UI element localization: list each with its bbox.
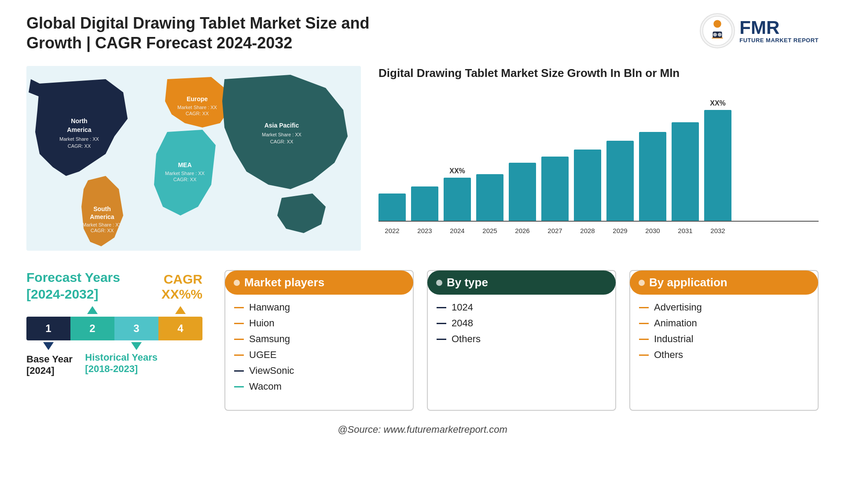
tri-1 xyxy=(26,306,70,314)
bar-year-label: 2024 xyxy=(444,227,471,234)
by-application-box: By application Advertising Animation Ind… xyxy=(629,270,819,411)
dash-icon xyxy=(437,339,446,340)
dash-icon xyxy=(437,307,446,308)
tri-down-4 xyxy=(158,342,202,350)
dash-icon xyxy=(234,307,244,308)
market-dot xyxy=(234,280,240,286)
list-item: ViewSonic xyxy=(234,365,404,376)
bar-year-label: 2025 xyxy=(476,227,503,234)
item-label: UGEE xyxy=(249,349,276,361)
by-type-items: 1024 2048 Others xyxy=(428,295,615,354)
svg-text:South: South xyxy=(93,205,111,212)
bar-column xyxy=(378,181,406,221)
bar-column xyxy=(541,144,569,221)
tri-up-icon xyxy=(87,306,98,314)
historical-label: Historical Years xyxy=(85,352,202,363)
bar-rect xyxy=(509,163,536,221)
svg-text:MEA: MEA xyxy=(178,161,191,168)
by-type-box: By type 1024 2048 Others xyxy=(427,270,616,411)
list-item: Huion xyxy=(234,318,404,329)
list-item: Samsung xyxy=(234,333,404,345)
bar-rect xyxy=(444,178,471,221)
tri-indicators-bottom xyxy=(26,342,202,350)
app-dot xyxy=(639,280,645,286)
logo-fmr: FMR xyxy=(739,18,779,37)
svg-text:Market Share : XX: Market Share : XX xyxy=(262,132,302,137)
tri-4 xyxy=(158,306,202,314)
page: Global Digital Drawing Tablet Market Siz… xyxy=(0,0,845,504)
dash-icon xyxy=(437,323,446,324)
svg-text:Market Share : XX: Market Share : XX xyxy=(165,171,205,176)
item-label: Industrial xyxy=(654,333,693,345)
list-item: Advertising xyxy=(639,302,809,313)
market-players-items: Hanwang Huion Samsung UGEE ViewSonic Wac… xyxy=(225,295,413,401)
bar-year-label: 2022 xyxy=(378,227,406,234)
bar-column xyxy=(476,162,503,221)
item-label: Animation xyxy=(654,318,697,329)
list-item: Wacom xyxy=(234,381,404,392)
svg-text:Market Share : XX: Market Share : XX xyxy=(59,136,99,142)
list-item: 1024 xyxy=(437,302,606,313)
list-item: Hanwang xyxy=(234,302,404,313)
tri-down-2 xyxy=(70,342,114,350)
bar-column xyxy=(672,110,699,221)
bar-column: XX% xyxy=(704,98,731,221)
bar-column xyxy=(639,120,666,221)
forecast-years-label: Forecast Years xyxy=(26,270,120,285)
by-type-header: By type xyxy=(427,270,616,295)
dash-teal-icon xyxy=(234,386,244,387)
item-label: Others xyxy=(654,349,683,361)
cagr-block: CAGR XX%% xyxy=(162,272,202,302)
bar-top-label: XX% xyxy=(710,98,726,107)
item-label: Hanwang xyxy=(249,302,290,313)
bar-column xyxy=(574,137,601,221)
seg-2: 2 xyxy=(70,317,114,340)
market-players-label: Market players xyxy=(244,276,324,289)
item-label: Samsung xyxy=(249,333,290,345)
bar-year-label: 2028 xyxy=(574,227,601,234)
item-label: Others xyxy=(452,333,481,345)
svg-text:CAGR: XX: CAGR: XX xyxy=(270,139,294,144)
item-label: Huion xyxy=(249,318,274,329)
historical-value: [2018-2023] xyxy=(85,363,202,375)
item-label: Wacom xyxy=(249,381,282,392)
seg-1: 1 xyxy=(26,317,70,340)
tri-indicators xyxy=(26,306,202,314)
bar-rect xyxy=(378,194,406,221)
item-label: 1024 xyxy=(452,302,473,313)
tri-down-dark xyxy=(43,342,54,350)
bar-year-label: 2027 xyxy=(541,227,569,234)
bottom-row: Forecast Years [2024-2032] CAGR XX%% xyxy=(26,270,819,411)
chart-title: Digital Drawing Tablet Market Size Growt… xyxy=(378,66,819,81)
market-players-header: Market players xyxy=(225,270,413,295)
chart-section: Digital Drawing Tablet Market Size Growt… xyxy=(378,66,819,252)
bar-column: XX% xyxy=(444,165,471,221)
svg-text:America: America xyxy=(90,213,114,220)
bar-year-label: 2031 xyxy=(672,227,699,234)
svg-text:Asia Pacific: Asia Pacific xyxy=(265,122,299,129)
tri-up-orange xyxy=(175,306,186,314)
category-boxes: Market players Hanwang Huion Samsung UGE… xyxy=(224,270,819,411)
by-type-label: By type xyxy=(447,276,488,289)
header: Global Digital Drawing Tablet Market Siz… xyxy=(26,13,819,53)
list-item: Industrial xyxy=(639,333,809,345)
tri-3 xyxy=(114,306,158,314)
forecast-bracket: [2024-2032] xyxy=(26,287,120,302)
svg-text:CAGR: XX: CAGR: XX xyxy=(91,228,114,233)
by-application-items: Advertising Animation Industrial Others xyxy=(630,295,818,369)
svg-text:CAGR: XX: CAGR: XX xyxy=(68,143,91,149)
market-players-box: Market players Hanwang Huion Samsung UGE… xyxy=(224,270,414,411)
base-year-col: Base Year [2024] xyxy=(26,352,85,376)
bar-column xyxy=(411,174,438,221)
forecast-panel: Forecast Years [2024-2032] CAGR XX%% xyxy=(26,270,216,376)
list-item: Others xyxy=(437,333,606,345)
bar-rect xyxy=(672,122,699,221)
dash-dark-icon xyxy=(234,370,244,372)
bar-column xyxy=(509,150,536,221)
by-application-label: By application xyxy=(649,276,727,289)
tri-down-teal-icon xyxy=(131,342,142,350)
bar-column xyxy=(606,128,634,221)
tri-2 xyxy=(70,306,114,314)
bar-rect xyxy=(639,132,666,221)
item-label: 2048 xyxy=(452,318,473,329)
